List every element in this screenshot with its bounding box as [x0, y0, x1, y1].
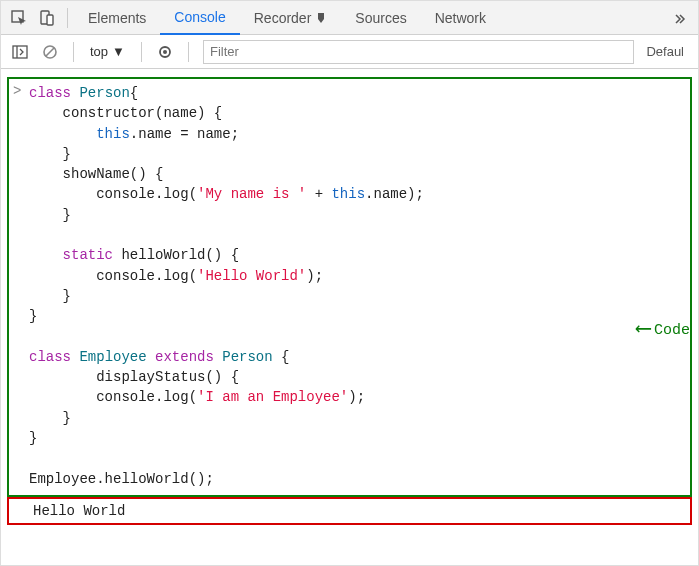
tab-recorder-label: Recorder — [254, 10, 312, 26]
live-expression-icon[interactable] — [152, 39, 178, 65]
code-content[interactable]: class Person{ constructor(name) { this.n… — [11, 83, 684, 489]
filter-input[interactable] — [203, 40, 634, 64]
svg-point-8 — [163, 50, 167, 54]
arrow-left-icon: ⟵ — [637, 319, 650, 341]
console-body: > class Person{ constructor(name) { this… — [1, 69, 698, 525]
console-toolbar: top ▼ Defaul — [1, 35, 698, 69]
context-selector[interactable]: top ▼ — [84, 39, 131, 65]
context-label: top — [90, 44, 108, 59]
tab-console[interactable]: Console — [160, 1, 239, 35]
devtools-tabbar: Elements Console Recorder Sources Networ… — [1, 1, 698, 35]
separator — [73, 42, 74, 62]
annotation-code-label: Code — [654, 322, 690, 339]
more-tabs-icon[interactable] — [666, 4, 694, 32]
tab-sources[interactable]: Sources — [341, 1, 420, 35]
tab-network[interactable]: Network — [421, 1, 500, 35]
code-region: > class Person{ constructor(name) { this… — [7, 77, 692, 497]
log-levels[interactable]: Defaul — [638, 44, 692, 59]
svg-rect-3 — [13, 46, 27, 58]
device-toggle-icon[interactable] — [33, 4, 61, 32]
annotation-code: ⟵ Code — [637, 319, 690, 341]
separator — [141, 42, 142, 62]
tab-elements[interactable]: Elements — [74, 1, 160, 35]
output-content: Hello World — [15, 501, 684, 521]
inspect-icon[interactable] — [5, 4, 33, 32]
separator — [188, 42, 189, 62]
sidebar-toggle-icon[interactable] — [7, 39, 33, 65]
tab-recorder[interactable]: Recorder — [240, 1, 342, 35]
svg-rect-2 — [47, 15, 53, 25]
clear-console-icon[interactable] — [37, 39, 63, 65]
prompt-icon: > — [13, 83, 21, 99]
output-region: Hello World — [7, 497, 692, 525]
svg-line-6 — [46, 48, 54, 56]
separator — [67, 8, 68, 28]
dropdown-icon: ▼ — [112, 44, 125, 59]
